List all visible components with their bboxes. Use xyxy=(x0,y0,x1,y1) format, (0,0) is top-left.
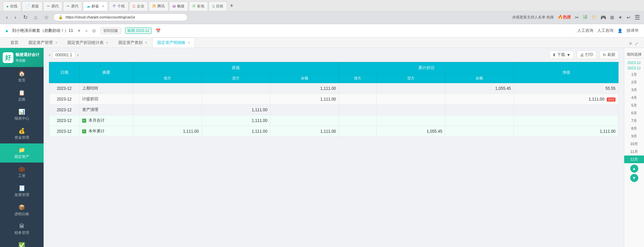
undo-icon[interactable]: ↩ xyxy=(627,15,631,20)
close-all-tabs-icon[interactable]: ✕ xyxy=(629,41,633,46)
refresh-icon: ↻ xyxy=(603,53,606,57)
cell-summary: 上期结转 xyxy=(79,83,133,94)
add-account-button[interactable]: + xyxy=(85,28,88,34)
shield-icon[interactable]: 🛡 xyxy=(592,15,596,20)
sidebar-item-tax[interactable]: 🏛 税务管理 xyxy=(0,220,44,239)
menu-icon[interactable]: ☰ xyxy=(635,14,640,21)
tab-controls: ✕ ⤢ xyxy=(629,41,639,48)
calendar-icon[interactable]: 📅 xyxy=(156,28,161,33)
help-text[interactable]: 人工咨询 xyxy=(597,28,613,34)
refresh-button[interactable]: ↻ 刷新 xyxy=(600,51,619,59)
scroll-up-button[interactable]: ▲ xyxy=(630,165,638,173)
switch-version-button[interactable]: 切到旧版 xyxy=(100,27,121,34)
month-item-5[interactable]: 5月 xyxy=(624,102,644,109)
browser-tab-online[interactable]: ● 在线 xyxy=(3,1,21,11)
report-icon: 📊 xyxy=(18,109,25,115)
tab-close-depreciation[interactable]: × xyxy=(106,41,108,45)
forward-button[interactable]: › xyxy=(12,14,18,21)
month-item-3[interactable]: 3月 xyxy=(624,86,644,94)
month-item-7[interactable]: 7月 xyxy=(624,117,644,125)
closing-icon: ✅ xyxy=(18,242,25,247)
cell-orig-balance: 1,111.00 xyxy=(270,94,339,105)
cell-orig-debit xyxy=(133,105,202,115)
browser-tab-gedi[interactable]: 田 各地 xyxy=(189,1,208,11)
browser-tab-muqian[interactable]: S 目前 xyxy=(209,1,227,11)
prev-page-button[interactable]: ‹ xyxy=(49,53,50,57)
settings-icon[interactable]: ⚙ xyxy=(92,28,96,34)
scroll-down-button[interactable]: ▼ xyxy=(630,174,638,182)
translate-icon[interactable]: 译 xyxy=(583,14,588,20)
table-row-yearly-total: 2023-12 + 本年累计 1,111.00 1,111.00 1,111.0… xyxy=(49,126,619,137)
tab-close-category[interactable]: × xyxy=(145,41,147,45)
address-input[interactable]: 🔒 https://cloud.chanjet.com/accounting/u… xyxy=(53,13,187,21)
next-page-button[interactable]: › xyxy=(77,53,78,57)
hot-search-icon[interactable]: 🔥热搜 xyxy=(558,14,571,20)
back-button[interactable]: ‹ xyxy=(4,14,10,21)
table-row-monthly-total: 2023-12 + 本月合计 1,111.00 xyxy=(49,115,619,126)
cell-date: 2023-12 xyxy=(49,105,79,115)
address-bar: ‹ › ↻ ⌂ ☆ 🔒 https://cloud.chanjet.com/ac… xyxy=(0,11,644,24)
sidebar-item-closing[interactable]: ✅ 结账 xyxy=(0,239,44,247)
tab-close-fixed-management[interactable]: × xyxy=(55,41,57,45)
sidebar-item-purchase-sales[interactable]: 📦 进销台账 xyxy=(0,201,44,220)
month-item-2[interactable]: 2月 xyxy=(624,78,644,86)
help-label[interactable]: 人工咨询 xyxy=(577,28,593,34)
month-item-12[interactable]: 12月 xyxy=(624,156,644,163)
grid-icon[interactable]: ⊞ xyxy=(610,15,614,20)
cell-summary: + 本月合计 xyxy=(79,115,133,126)
sidebar-item-home[interactable]: 🏠 首页 xyxy=(0,67,44,86)
sidebar-item-invoice[interactable]: 🧾 发票管理 xyxy=(0,182,44,201)
app-top-area: ● 刘小艳演示账套（勿删勿动！）11 ▼ + ⚙ 切到旧版 账期 2023-12… xyxy=(0,24,644,48)
tab-fixed-asset-management[interactable]: 固定资产管理 × xyxy=(23,38,62,48)
sidebar-item-payroll[interactable]: 💼 工资 xyxy=(0,163,44,182)
month-item-11[interactable]: 11月 xyxy=(624,148,644,156)
month-item-8[interactable]: 8月 xyxy=(624,125,644,132)
sidebar-item-fixed-assets[interactable]: 📁 固定资产 xyxy=(0,143,44,163)
home-button[interactable]: ⌂ xyxy=(32,14,40,21)
browser-tab-changjie[interactable]: M 畅捷 xyxy=(169,1,188,11)
month-item-1[interactable]: 1月 xyxy=(624,71,644,78)
sidebar-item-funds[interactable]: 💰 资金管理 xyxy=(0,124,44,143)
cell-dep-debit xyxy=(339,115,376,126)
browser-tab-geshui[interactable]: 个 个税 xyxy=(109,1,128,11)
tab-depreciation-stats[interactable]: 固定资产折旧统计表 × xyxy=(62,38,113,48)
month-item-10[interactable]: 10月 xyxy=(624,140,644,148)
sidebar: 好 畅捷通好会计 专业版 🏠 首页 📋 总账 📊 报表中心 💰 资金管理 📁 固… xyxy=(0,48,44,247)
cell-orig-balance: 1,111.00 xyxy=(270,126,339,137)
tab-asset-detail[interactable]: 固定资产明细账 × xyxy=(152,38,195,48)
bookmark-button[interactable]: ☆ xyxy=(42,13,51,21)
browser-tab-yidai2[interactable]: ✏ 易代 xyxy=(63,1,82,11)
cell-dep-balance xyxy=(445,115,514,126)
th-dep-debit: 借方 xyxy=(339,74,376,83)
browser-tab-new[interactable]: 📄 新版 xyxy=(22,1,43,11)
scissors-icon[interactable]: ✂ xyxy=(575,15,579,20)
tab-asset-category[interactable]: 固定资产类别 × xyxy=(113,38,152,48)
game-icon[interactable]: 🎮 xyxy=(600,15,606,20)
month-item-9[interactable]: 9月 xyxy=(624,132,644,140)
download-button[interactable]: ⬇ 下载 ▼ xyxy=(549,51,574,59)
summary-icon: + xyxy=(82,129,86,133)
print-button[interactable]: 🖨 打印 xyxy=(577,51,596,59)
browser-tab-tengxun[interactable]: 腾 腾讯 xyxy=(149,1,168,11)
new-tab-button[interactable]: + xyxy=(228,2,235,9)
browser-toolbar-right: 央视更新主持人名单 热搜 🔥热搜 ✂ 译 🛡 🎮 ⊞ ☀ ↩ ☰ xyxy=(512,14,640,21)
year-badge: 2023 xyxy=(607,98,615,102)
expand-icon[interactable]: ⤢ xyxy=(635,41,639,46)
browser-tab-qiye[interactable]: C 企业 xyxy=(129,1,148,11)
sidebar-item-ledger[interactable]: 📋 总账 xyxy=(0,86,44,105)
brightness-icon[interactable]: ☀ xyxy=(618,15,623,20)
cell-net-value: 1,111.00 2023 xyxy=(514,94,619,105)
cell-dep-credit xyxy=(377,83,445,94)
browser-tab-close[interactable]: ✕ xyxy=(102,4,104,8)
tab-home[interactable]: 首页 xyxy=(5,38,23,48)
sidebar-item-reports[interactable]: 📊 报表中心 xyxy=(0,105,44,124)
tab-close-detail[interactable]: × xyxy=(188,41,190,45)
refresh-button[interactable]: ↻ xyxy=(21,13,30,21)
month-item-4[interactable]: 4月 xyxy=(624,94,644,102)
table-row: 2023-12 资产清理 1,111.00 xyxy=(49,105,619,115)
download-dropdown-icon[interactable]: ▼ xyxy=(567,53,571,57)
dropdown-icon[interactable]: ▼ xyxy=(77,28,81,33)
month-item-6[interactable]: 6月 xyxy=(624,109,644,117)
browser-tab-yidai1[interactable]: ✏ 易代 xyxy=(43,1,62,11)
browser-tab-haohui[interactable]: ☁ 好会 ✕ xyxy=(83,1,108,11)
